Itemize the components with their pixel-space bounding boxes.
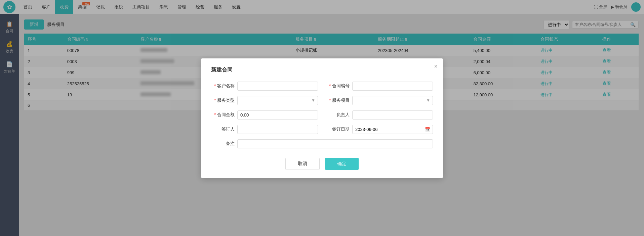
service-item-wrapper: ▼ — [352, 96, 433, 105]
form-row-contract-no: 合同编号 — [326, 82, 433, 91]
form-row-sign-date: 签订日期 📅 — [326, 125, 433, 134]
modal-footer: 取消 确定 — [211, 158, 433, 170]
sign-date-wrapper: 📅 — [352, 125, 433, 134]
customer-name-label: 客户名称 — [211, 83, 235, 89]
sign-date-label: 签订日期 — [326, 126, 350, 132]
sign-date-input[interactable] — [352, 125, 433, 134]
service-type-wrapper: ▼ — [237, 96, 318, 105]
service-item-label: 服务项目 — [326, 97, 350, 103]
contract-no-label: 合同编号 — [326, 83, 350, 89]
modal-title: 新建合同 — [211, 66, 433, 74]
service-type-select[interactable] — [237, 96, 318, 105]
modal-close-button[interactable]: × — [434, 63, 438, 70]
form-row-signer: 签订人 — [211, 125, 318, 134]
contract-amount-label: 合同金额 — [211, 112, 235, 118]
form-row-responsible: 负责人 — [326, 110, 433, 120]
form-row-customer: 客户名称 — [211, 82, 318, 91]
signer-input[interactable] — [237, 125, 318, 134]
customer-name-input[interactable] — [237, 82, 318, 91]
contract-no-input[interactable] — [352, 82, 433, 91]
service-type-label: 服务类型 — [211, 97, 235, 103]
new-contract-modal: 新建合同 × 客户名称 合同编号 服务类型 ▼ — [201, 58, 443, 178]
form-row-remark: 备注 — [211, 139, 433, 148]
form-grid: 客户名称 合同编号 服务类型 ▼ 服务项目 — [211, 82, 433, 148]
signer-label: 签订人 — [211, 126, 235, 132]
service-item-select[interactable] — [352, 96, 433, 105]
remark-input[interactable] — [237, 139, 433, 148]
remark-label: 备注 — [211, 141, 235, 147]
responsible-label: 负责人 — [326, 112, 350, 118]
responsible-input[interactable] — [352, 110, 433, 120]
modal-overlay[interactable]: 新建合同 × 客户名称 合同编号 服务类型 ▼ — [0, 0, 644, 236]
form-row-service-item: 服务项目 ▼ — [326, 96, 433, 105]
cancel-button[interactable]: 取消 — [285, 158, 320, 170]
confirm-button[interactable]: 确定 — [325, 158, 359, 170]
form-row-service-type: 服务类型 ▼ — [211, 96, 318, 105]
form-row-amount: 合同金额 — [211, 110, 318, 120]
contract-amount-input[interactable] — [237, 110, 318, 120]
